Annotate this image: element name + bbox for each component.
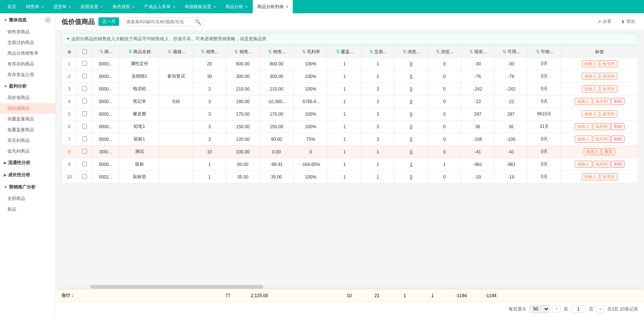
col-available[interactable]: ⇅ 可用...: [494, 47, 528, 58]
col-checkbox[interactable]: [77, 47, 92, 58]
browse1-link[interactable]: 0: [410, 112, 412, 117]
row-checkbox[interactable]: [82, 86, 87, 91]
sidebar-group-marketing[interactable]: ▼ 营销推广分析: [0, 181, 55, 193]
row-checkbox[interactable]: [82, 136, 87, 141]
export-button[interactable]: ⬇ 导出: [618, 17, 638, 26]
row-checkbox-cell[interactable]: [77, 146, 92, 158]
per-page-select[interactable]: 50 100 200: [529, 305, 550, 313]
row-checkbox[interactable]: [82, 74, 87, 78]
browse1-link[interactable]: 0: [410, 124, 412, 129]
col-code[interactable]: ⇅ 商...: [92, 47, 119, 58]
sidebar-item-low-value[interactable]: 低价值商品: [0, 103, 55, 114]
prev-page-button[interactable]: ‹: [553, 305, 561, 313]
col-margin[interactable]: ⇅ 毛利率: [294, 47, 328, 58]
select-all-checkbox[interactable]: [82, 49, 87, 54]
col-browse1[interactable]: ⇅ 浏览...: [395, 47, 428, 58]
nav-product-analysis-list-close[interactable]: ×: [286, 5, 288, 9]
share-button[interactable]: ↗ 分享: [594, 17, 614, 26]
col-sale-amount[interactable]: ⇅ 销售...: [259, 47, 294, 58]
nav-sales[interactable]: 销售单 ×: [21, 0, 48, 13]
browse1-link[interactable]: 0: [410, 61, 412, 67]
row-checkbox-cell[interactable]: [77, 70, 92, 83]
table-wrapper[interactable]: ⚙ ⇅ 商... ⇅ 商品名称 ⇅ 规格... ⇅ 销售... ⇅ 销售... …: [56, 46, 644, 285]
row-browse1[interactable]: 0: [395, 171, 428, 183]
current-page-input[interactable]: [571, 305, 586, 313]
row-browse1[interactable]: 0: [395, 58, 428, 70]
row-browse1[interactable]: 0: [395, 83, 428, 95]
sidebar-item-high-margin[interactable]: 高毛利商品: [0, 135, 55, 146]
col-trade[interactable]: ⇅ 交易...: [361, 47, 395, 58]
nav-permissions[interactable]: 权限设置 ×: [76, 0, 107, 13]
sidebar-item-traded-goods[interactable]: 交易过的商品: [0, 37, 55, 48]
nav-product-inbound-close[interactable]: ×: [173, 5, 175, 9]
row-browse1[interactable]: 0: [395, 70, 428, 83]
row-checkbox-cell[interactable]: [77, 95, 92, 108]
col-sale-qty[interactable]: ⇅ 销售...: [193, 47, 226, 58]
browse1-link[interactable]: 0: [410, 74, 412, 79]
time-filter-button[interactable]: 近一月: [98, 17, 119, 26]
browse1-link[interactable]: 0: [410, 174, 412, 180]
sidebar-item-new-goods[interactable]: 新品: [0, 204, 55, 215]
search-icon[interactable]: 🔍: [195, 19, 201, 25]
sidebar-group-profit[interactable]: ▼ 盈利分析: [0, 80, 55, 92]
sidebar-item-sale-goods[interactable]: 销售类商品: [0, 27, 55, 37]
sidebar-collapse-btn[interactable]: «: [44, 16, 51, 24]
sidebar-item-all-goods[interactable]: 全部商品: [0, 193, 55, 204]
sidebar-group-growth[interactable]: ▶ 成长性分析: [0, 169, 55, 181]
nav-purchase[interactable]: 进货单 ×: [49, 0, 76, 13]
nav-template[interactable]: 单据模板设置 ×: [180, 0, 220, 13]
row-checkbox-cell[interactable]: [77, 158, 92, 171]
sidebar-item-low-coverage[interactable]: 低覆盖量商品: [0, 125, 55, 135]
nav-product-analysis-list[interactable]: 商品分析列表 ×: [253, 0, 293, 13]
col-spec[interactable]: ⇅ 规格...: [160, 47, 193, 58]
col-current-stock[interactable]: ⇅ 现有...: [461, 47, 494, 58]
browse1-link[interactable]: 1: [410, 162, 412, 167]
col-coverage[interactable]: ⇅ 覆盖...: [328, 47, 361, 58]
row-browse1[interactable]: 0: [395, 108, 428, 120]
row-checkbox-cell[interactable]: [77, 120, 92, 133]
sidebar-item-in-stock[interactable]: 有库存的商品: [0, 59, 55, 69]
browse1-link[interactable]: 0: [410, 99, 412, 104]
nav-sales-close[interactable]: ×: [41, 5, 44, 9]
sidebar-item-low-margin[interactable]: 低毛利商品: [0, 146, 55, 157]
sidebar-item-high-value[interactable]: 高价值商品: [0, 92, 55, 103]
nav-permissions-close[interactable]: ×: [101, 5, 103, 9]
col-sale-price[interactable]: ⇅ 销售...: [226, 47, 259, 58]
browse1-link[interactable]: 0: [410, 149, 412, 154]
nav-home[interactable]: 首页: [3, 0, 21, 13]
row-browse1[interactable]: 0: [395, 95, 428, 108]
browse1-link[interactable]: 0: [410, 86, 412, 92]
nav-template-close[interactable]: ×: [214, 5, 216, 9]
sidebar-group-overall[interactable]: ▼ 整体信息 «: [0, 13, 55, 27]
nav-product-analysis-close[interactable]: ×: [245, 5, 248, 9]
row-checkbox[interactable]: [82, 111, 87, 116]
sidebar-group-liquidity[interactable]: ▶ 流通性分析: [0, 157, 55, 169]
row-checkbox-cell[interactable]: [77, 83, 92, 95]
row-browse1[interactable]: 1: [395, 158, 428, 171]
next-page-button[interactable]: ›: [596, 305, 604, 313]
row-browse1[interactable]: 0: [395, 146, 428, 158]
col-browse2[interactable]: ⇅ 浏览...: [428, 47, 461, 58]
row-checkbox[interactable]: [82, 149, 87, 154]
horizontal-scrollbar[interactable]: [61, 285, 638, 289]
col-name[interactable]: ⇅ 商品名称: [119, 47, 160, 58]
nav-product-analysis[interactable]: 商品分析 ×: [221, 0, 252, 13]
nav-purchase-close[interactable]: ×: [69, 5, 71, 9]
search-input[interactable]: [126, 19, 192, 24]
row-checkbox-cell[interactable]: [77, 108, 92, 120]
row-checkbox[interactable]: [82, 162, 87, 166]
col-saleable[interactable]: ⇅ 可销...: [528, 47, 561, 58]
nav-product-inbound[interactable]: 产成品入库单 ×: [140, 0, 180, 13]
nav-role-auth-close[interactable]: ×: [133, 5, 135, 9]
sidebar-item-category-rate[interactable]: 商品分类销售率: [0, 48, 55, 59]
col-settings[interactable]: ⚙: [62, 47, 77, 58]
row-checkbox-cell[interactable]: [77, 133, 92, 146]
row-checkbox[interactable]: [82, 61, 87, 66]
row-checkbox-cell[interactable]: [77, 171, 92, 183]
scroll-thumb[interactable]: [90, 285, 263, 289]
col-tags[interactable]: 标签: [561, 47, 638, 58]
sidebar-item-stock-capital[interactable]: 库存资金占用: [0, 69, 55, 80]
nav-role-auth[interactable]: 角色授权 ×: [108, 0, 139, 13]
sidebar-item-high-coverage[interactable]: 高覆盖量商品: [0, 114, 55, 125]
row-browse1[interactable]: 0: [395, 120, 428, 133]
